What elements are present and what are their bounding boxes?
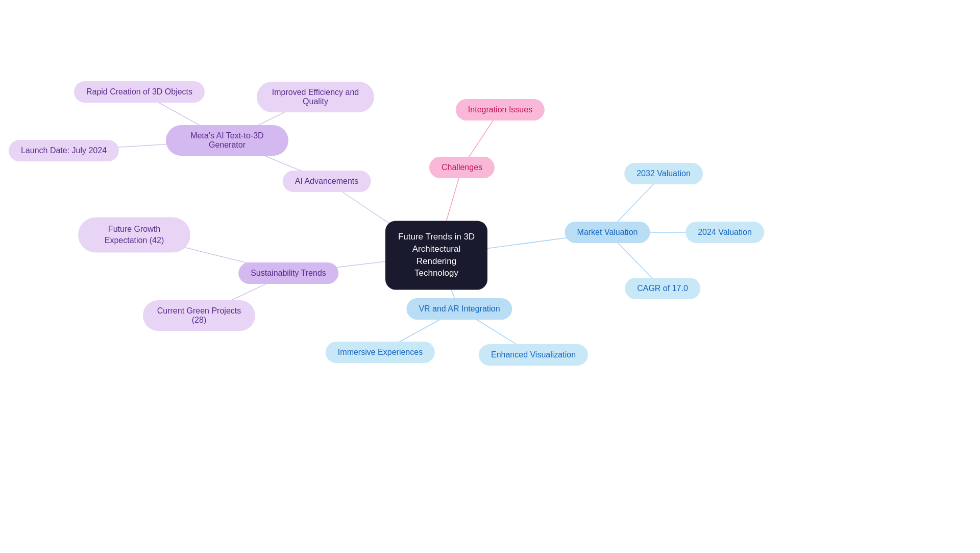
integration-issues-node[interactable]: Integration Issues	[456, 99, 545, 121]
enhanced-viz-node[interactable]: Enhanced Visualization	[479, 344, 588, 366]
future-growth-node[interactable]: Future Growth Expectation (42)	[78, 218, 190, 253]
current-green-node[interactable]: Current Green Projects (28)	[143, 300, 255, 331]
2032-valuation-node[interactable]: 2032 Valuation	[624, 163, 703, 184]
market-valuation-node[interactable]: Market Valuation	[565, 222, 650, 243]
ai-advancements-node[interactable]: AI Advancements	[283, 171, 371, 192]
2024-valuation-node[interactable]: 2024 Valuation	[685, 222, 764, 243]
cagr-node[interactable]: CAGR of 17.0	[625, 278, 700, 299]
immersive-node[interactable]: Immersive Experiences	[326, 342, 435, 363]
challenges-node[interactable]: Challenges	[429, 157, 495, 178]
launch-date-node[interactable]: Launch Date: July 2024	[9, 140, 119, 161]
improved-efficiency-node[interactable]: Improved Efficiency and Quality	[257, 82, 374, 112]
sustainability-node[interactable]: Sustainability Trends	[238, 262, 338, 284]
vr-ar-node[interactable]: VR and AR Integration	[406, 298, 512, 320]
center-node[interactable]: Future Trends in 3DArchitectural Renderi…	[385, 221, 487, 290]
rapid-creation-node[interactable]: Rapid Creation of 3D Objects	[74, 81, 205, 103]
metas-ai-node[interactable]: Meta's AI Text-to-3D Generator	[166, 125, 288, 156]
